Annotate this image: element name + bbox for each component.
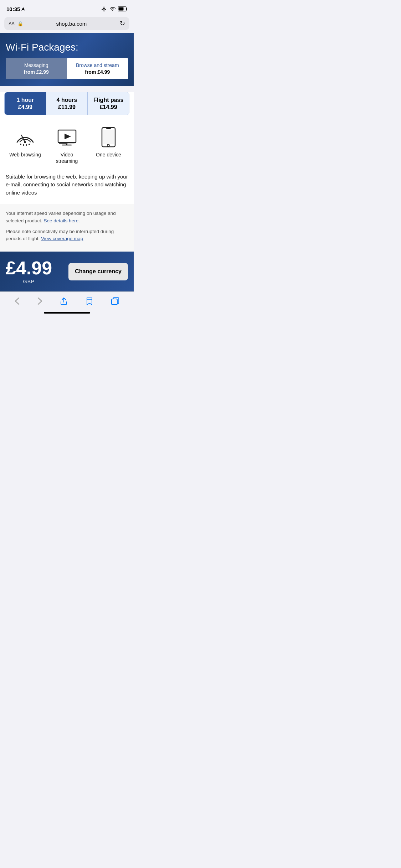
bookmarks-button[interactable]	[83, 295, 96, 307]
aa-text[interactable]: AA	[9, 21, 15, 26]
url-display[interactable]: shop.ba.com	[26, 21, 117, 27]
svg-point-6	[20, 144, 21, 145]
svg-point-9	[29, 144, 30, 145]
airplane-icon	[101, 6, 107, 12]
tab-messaging-price: from £2.99	[9, 69, 63, 75]
tab-browse-price: from £4.99	[71, 69, 125, 75]
notes-section: Your internet speed varies depending on …	[0, 204, 134, 252]
duration-4hours-price: £11.99	[49, 104, 85, 110]
duration-1hour-price: £4.99	[7, 104, 43, 110]
price-large: £4.99	[6, 259, 52, 277]
duration-flight-pass-price: £14.99	[91, 104, 126, 110]
video-streaming-label: Video streaming	[49, 151, 85, 164]
home-indicator	[0, 309, 134, 317]
hero-banner: Wi-Fi Packages: Messaging from £2.99 Bro…	[0, 33, 134, 86]
svg-rect-18	[103, 130, 114, 144]
back-button[interactable]	[12, 296, 22, 306]
see-details-link[interactable]: See details here	[44, 218, 79, 223]
features-section: Web browsing V	[0, 121, 134, 170]
status-bar: 10:35	[0, 0, 134, 16]
svg-rect-2	[127, 8, 127, 10]
tab-messaging-label: Messaging	[9, 62, 63, 68]
feature-video-streaming: Video streaming	[49, 126, 85, 164]
description-section: Suitable for browsing the web, keeping u…	[0, 170, 134, 204]
connectivity-note: Please note connectivity may be interrup…	[6, 228, 128, 243]
duration-1hour[interactable]: 1 hour £4.99	[5, 92, 46, 115]
tab-switcher: Messaging from £2.99 Browse and stream f…	[6, 58, 128, 79]
duration-4hours[interactable]: 4 hours £11.99	[46, 92, 88, 115]
video-streaming-icon	[55, 126, 79, 148]
duration-4hours-label: 4 hours	[49, 97, 85, 104]
battery-icon	[118, 6, 127, 11]
lock-icon: 🔒	[17, 21, 23, 26]
tab-messaging[interactable]: Messaging from £2.99	[6, 58, 67, 79]
one-device-label: One device	[96, 151, 121, 158]
duration-flight-pass[interactable]: Flight pass £14.99	[88, 92, 129, 115]
status-icons	[101, 6, 127, 12]
hero-title: Wi-Fi Packages:	[6, 41, 128, 53]
main-content: 1 hour £4.99 4 hours £11.99 Flight pass …	[0, 92, 134, 252]
time-display: 10:35	[6, 6, 20, 12]
duration-flight-pass-label: Flight pass	[91, 97, 126, 104]
price-display: £4.99 GBP	[6, 259, 52, 284]
coverage-map-link[interactable]: View coverage map	[41, 236, 83, 241]
svg-rect-22	[112, 299, 117, 305]
svg-rect-20	[106, 128, 111, 129]
svg-marker-0	[21, 7, 25, 11]
refresh-icon[interactable]: ↻	[120, 20, 125, 27]
tabs-button[interactable]	[108, 296, 122, 306]
svg-rect-3	[119, 7, 124, 11]
svg-point-5	[24, 141, 26, 143]
change-currency-button[interactable]: Change currency	[68, 263, 128, 280]
speed-note: Your internet speed varies depending on …	[6, 210, 128, 224]
duration-1hour-label: 1 hour	[7, 97, 43, 104]
location-icon	[21, 7, 25, 11]
safari-toolbar	[0, 291, 134, 309]
svg-point-8	[26, 144, 27, 146]
description-text: Suitable for browsing the web, keeping u…	[6, 173, 128, 197]
web-browsing-icon	[13, 126, 38, 148]
wifi-icon	[109, 6, 116, 12]
price-currency: GBP	[6, 279, 52, 284]
bottom-bar: £4.99 GBP Change currency	[0, 252, 134, 291]
feature-web-browsing: Web browsing	[7, 126, 43, 158]
one-device-icon	[96, 126, 121, 148]
duration-selector: 1 hour £4.99 4 hours £11.99 Flight pass …	[4, 92, 129, 115]
status-time: 10:35	[6, 6, 25, 12]
tab-browse-stream[interactable]: Browse and stream from £4.99	[67, 58, 128, 79]
url-bar[interactable]: AA 🔒 shop.ba.com ↻	[4, 17, 129, 30]
feature-one-device: One device	[91, 126, 127, 158]
svg-point-7	[23, 144, 24, 146]
home-bar	[44, 312, 90, 314]
forward-button[interactable]	[35, 296, 45, 306]
browser-bar: AA 🔒 shop.ba.com ↻	[0, 16, 134, 33]
web-browsing-label: Web browsing	[9, 151, 41, 158]
tab-browse-label: Browse and stream	[71, 62, 125, 68]
share-button[interactable]	[57, 295, 71, 307]
